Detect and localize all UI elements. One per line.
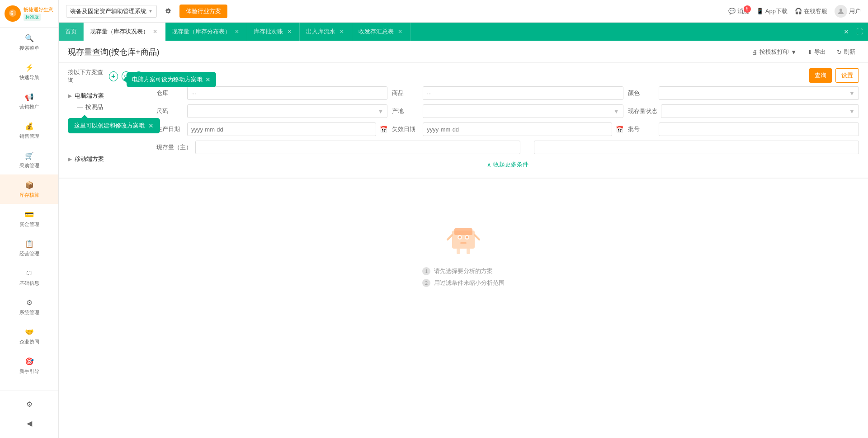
sidebar-item-inventory[interactable]: 📦 库存核算 (0, 174, 58, 204)
nav-label-operation: 经营管理 (19, 250, 39, 257)
sidebar-item-purchase[interactable]: 🛒 采购管理 (0, 145, 58, 174)
guide-icon: 🎯 (24, 356, 34, 366)
page-header: 现存量查询(按仓库+商品) 🖨 按模板打印 ▼ ⬇ 导出 ↻ 刷新 (59, 41, 868, 63)
sidebar-item-sales[interactable]: 💰 销售管理 (0, 116, 58, 145)
stock-status-select[interactable]: ▼ (661, 104, 859, 118)
system-dropdown-arrow: ▼ (148, 9, 153, 14)
system-icon: ⚙ (24, 297, 34, 307)
desktop-child-1[interactable]: — 按照品 (77, 102, 143, 113)
mobile-scheme-item[interactable]: ▶ 移动端方案 (68, 153, 143, 165)
nav-label-search: 搜索菜单 (19, 45, 39, 52)
nav-label-inventory: 库存核算 (19, 192, 39, 198)
tab-recv-summary-label: 收发存汇总表 (359, 28, 394, 36)
message-button[interactable]: 💬 消息 9 (728, 7, 749, 15)
tab-close-all-btn[interactable]: ✕ (842, 26, 851, 37)
tabbar: 首页 现存量（库存状况表） ✕ 现存量（库存分布表） ✕ 库存批次账 ✕ 出入库… (59, 23, 868, 41)
tab-recv-summary[interactable]: 收发存汇总表 ✕ (352, 23, 410, 41)
color-arrow: ▼ (849, 90, 855, 97)
print-icon: 🖨 (752, 49, 758, 56)
logo-icon: 6 (5, 5, 21, 22)
nav-label-purchase: 采购管理 (19, 162, 39, 169)
refresh-button[interactable]: ↻ 刷新 (833, 46, 859, 58)
nav-label-marketing: 营销推广 (19, 104, 39, 110)
origin-arrow: ▼ (613, 108, 619, 115)
marketing-icon: 📢 (24, 92, 34, 102)
stock-status-arrow: ▼ (849, 108, 855, 115)
export-icon: ⬇ (807, 49, 812, 56)
tooltip2-close[interactable]: ✕ (148, 122, 154, 129)
tab-close-batch-account[interactable]: ✕ (286, 28, 293, 35)
batch-no-input[interactable] (659, 122, 859, 136)
topbar-right: 💬 消息 9 📱 App下载 🎧 在线客服 (728, 5, 861, 18)
svg-rect-3 (454, 228, 472, 235)
print-button[interactable]: 🖨 按模板打印 ▼ (748, 46, 800, 58)
scheme-tree: ▶ 电脑端方案 — 按照品 (68, 90, 143, 113)
expire-date-calendar[interactable]: 📅 (616, 126, 623, 133)
tooltip2-text: 这里可以创建和修改方案哦 (74, 122, 145, 130)
size-select[interactable]: ▼ (187, 104, 387, 118)
query-button[interactable]: 查询 (809, 68, 832, 83)
svg-line-11 (448, 235, 452, 240)
tab-inventory-status[interactable]: 现存量（库存状况表） ✕ (84, 23, 165, 41)
sidebar-item-system[interactable]: ⚙ 系统管理 (0, 292, 58, 321)
user-menu[interactable]: 用户 (835, 5, 861, 18)
stock-main-label: 现存量（主） (156, 143, 192, 151)
sidebar-item-collab[interactable]: 🤝 企业协同 (0, 321, 58, 351)
app-download-button[interactable]: 📱 App下载 (756, 7, 788, 15)
service-icon: 🎧 (795, 8, 802, 14)
sidebar-item-operation[interactable]: 📋 经营管理 (0, 233, 58, 263)
svg-point-7 (466, 236, 468, 239)
system-selector[interactable]: 装备及固定资产辅助管理系统 ▼ (66, 5, 157, 18)
filter-row-3: 生产日期 📅 失效日期 📅 批号 (156, 122, 859, 136)
sidebar-item-finance[interactable]: 💳 资金管理 (0, 204, 58, 233)
sidebar-settings[interactable]: ⚙ (0, 396, 58, 414)
filter-row-4: 现存量（主） — (156, 141, 859, 154)
size-field: 尺码 ▼ (156, 104, 387, 118)
tab-inventory-dist[interactable]: 现存量（库存分布表） ✕ (165, 23, 247, 41)
prod-date-start[interactable] (187, 122, 376, 136)
expire-date-start[interactable] (423, 122, 612, 136)
warehouse-input[interactable]: ··· (187, 86, 387, 100)
tab-close-inventory-status[interactable]: ✕ (151, 28, 159, 35)
export-button[interactable]: ⬇ 导出 (804, 46, 830, 58)
tip-num-1: 1 (422, 267, 430, 275)
tab-inout-flow[interactable]: 出入库流水 ✕ (300, 23, 352, 41)
logo-area: 6 畅捷通好生意 标准版 (0, 0, 58, 28)
inventory-icon: 📦 (24, 180, 34, 190)
add-scheme-btn[interactable]: + (109, 71, 118, 81)
industry-btn[interactable]: 体验行业方案 (179, 5, 227, 18)
sidebar-item-marketing[interactable]: 📢 营销推广 (0, 86, 58, 116)
desktop-expand-icon: ▶ (68, 93, 72, 99)
tooltip1-close[interactable]: ✕ (205, 76, 211, 83)
warehouse-field: 仓库 ··· (156, 86, 387, 100)
sidebar-item-guide[interactable]: 🎯 新手引导 (0, 351, 58, 380)
prod-date-calendar[interactable]: 📅 (380, 126, 387, 133)
sidebar-item-search[interactable]: 🔍 搜索菜单 (0, 28, 58, 57)
reset-button[interactable]: 设置 (835, 68, 859, 83)
origin-select[interactable]: ▼ (423, 104, 623, 118)
goods-input[interactable]: ··· (423, 86, 623, 100)
tab-close-recv-summary[interactable]: ✕ (396, 28, 404, 35)
expire-date-label: 失效日期 (392, 125, 419, 133)
nav-label-sales: 销售管理 (19, 133, 39, 140)
size-arrow: ▼ (377, 108, 383, 115)
stock-main-end[interactable] (534, 141, 859, 154)
empty-state: 1 请先选择要分析的方案 2 用过滤条件来缩小分析范围 (59, 179, 868, 323)
desktop-scheme-item[interactable]: ▶ 电脑端方案 (68, 90, 143, 102)
tab-home[interactable]: 首页 (59, 23, 84, 41)
refresh-label: 刷新 (844, 48, 855, 56)
color-select[interactable]: ▼ (659, 86, 859, 100)
collapse-button[interactable]: ∧ 收起更多条件 (156, 157, 859, 172)
tab-fullscreen-btn[interactable]: ⛶ (854, 26, 864, 37)
online-service-button[interactable]: 🎧 在线客服 (795, 7, 827, 15)
stock-main-start[interactable] (195, 141, 520, 154)
sidebar-item-basic[interactable]: 🗂 基础信息 (0, 263, 58, 292)
desktop-scheme-label: 电脑端方案 (75, 92, 104, 100)
tab-batch-account[interactable]: 库存批次账 ✕ (247, 23, 300, 41)
tab-close-inout-flow[interactable]: ✕ (338, 28, 345, 35)
sidebar-collapse[interactable]: ◀ (0, 414, 58, 433)
topbar-settings-button[interactable] (161, 5, 175, 18)
collapse-label: 收起更多条件 (493, 160, 528, 169)
sidebar-item-quicknav[interactable]: ⚡ 快速导航 (0, 57, 58, 86)
tab-close-inventory-dist[interactable]: ✕ (233, 28, 241, 35)
